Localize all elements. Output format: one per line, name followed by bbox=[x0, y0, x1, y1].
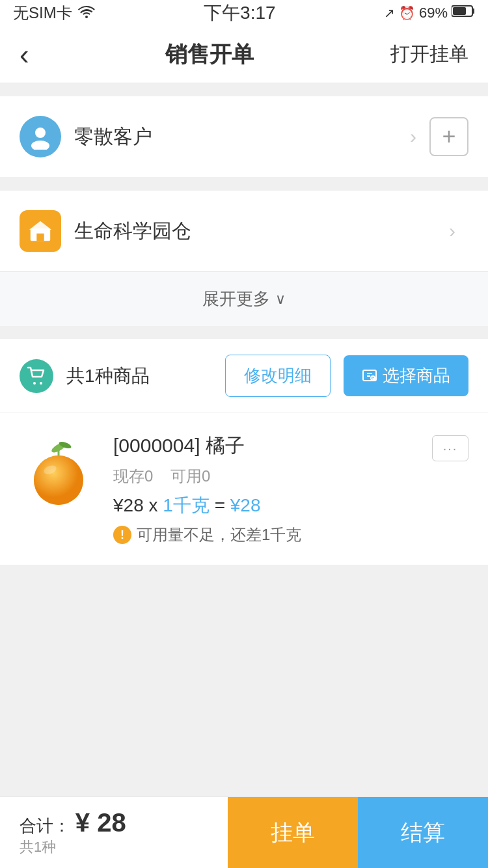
svg-point-4 bbox=[31, 141, 49, 150]
total-label: 合计： bbox=[20, 816, 70, 835]
status-left: 无SIM卡 bbox=[13, 3, 96, 23]
section-gap-1 bbox=[0, 83, 488, 96]
status-right: ↗ ⏰ 69% bbox=[384, 5, 475, 21]
wifi-icon bbox=[77, 4, 96, 22]
status-bar: 无SIM卡 下午3:17 ↗ ⏰ 69% bbox=[0, 0, 488, 26]
total-section: 合计： ¥ 28 共1种 bbox=[0, 808, 228, 857]
svg-marker-6 bbox=[29, 221, 51, 230]
battery-icon bbox=[452, 5, 475, 21]
multiply-sign: x bbox=[149, 495, 163, 515]
location-icon: ↗ bbox=[384, 5, 395, 21]
nav-bar: ‹ 销售开单 打开挂单 bbox=[0, 26, 488, 83]
product-section: 共1种商品 修改明细 选择商品 bbox=[0, 339, 488, 565]
edit-detail-button[interactable]: 修改明细 bbox=[225, 355, 331, 397]
expand-chevron-icon: ∨ bbox=[275, 291, 286, 308]
svg-rect-1 bbox=[472, 8, 474, 14]
warehouse-icon-container bbox=[20, 210, 61, 252]
warehouse-row[interactable]: 生命科学园仓 › bbox=[0, 191, 488, 271]
add-customer-button[interactable]: + bbox=[429, 117, 468, 156]
svg-point-17 bbox=[34, 455, 83, 505]
svg-point-8 bbox=[33, 382, 36, 385]
unit-price: ¥28 bbox=[113, 495, 144, 515]
svg-rect-7 bbox=[36, 234, 44, 241]
svg-point-9 bbox=[40, 382, 42, 385]
bottom-bar: 合计： ¥ 28 共1种 挂单 结算 bbox=[0, 796, 488, 868]
customer-chevron-icon: › bbox=[410, 126, 416, 148]
cart-icon bbox=[27, 366, 46, 386]
expand-more-label: 展开更多 bbox=[202, 288, 270, 310]
svg-rect-2 bbox=[453, 7, 466, 15]
product-item: [0000004] 橘子 现存0 可用0 ¥28 x 1千克 = ¥28 ! bbox=[0, 413, 488, 565]
more-dots-icon: ··· bbox=[443, 441, 458, 456]
hang-order-button[interactable]: 挂单 bbox=[228, 797, 358, 869]
customer-section: 零散客户 › + bbox=[0, 96, 488, 178]
line-total: ¥28 bbox=[230, 495, 261, 515]
warehouse-building-icon bbox=[28, 219, 53, 243]
stock-label: 现存0 bbox=[113, 467, 153, 485]
expand-more-row[interactable]: 展开更多 ∨ bbox=[0, 271, 488, 326]
customer-name: 零散客户 bbox=[74, 124, 410, 150]
customer-avatar bbox=[20, 116, 61, 157]
product-name: [0000004] 橘子 bbox=[113, 433, 416, 459]
select-product-button[interactable]: 选择商品 bbox=[344, 355, 468, 396]
section-gap-3 bbox=[0, 326, 488, 339]
total-count: 共1种 bbox=[20, 837, 208, 857]
product-code: [0000004] bbox=[113, 435, 200, 456]
carrier-text: 无SIM卡 bbox=[13, 3, 72, 23]
product-stock: 现存0 可用0 bbox=[113, 466, 416, 487]
page-title: 销售开单 bbox=[165, 40, 254, 70]
equals-sign: = bbox=[215, 495, 230, 515]
customer-row[interactable]: 零散客户 › + bbox=[0, 96, 488, 178]
warning-text: 可用量不足，还差1千克 bbox=[137, 524, 301, 545]
select-product-icon bbox=[362, 368, 377, 384]
warehouse-chevron-icon: › bbox=[449, 220, 455, 242]
alarm-icon: ⏰ bbox=[399, 5, 415, 21]
product-more-button[interactable]: ··· bbox=[432, 435, 468, 461]
available-label: 可用0 bbox=[170, 467, 210, 485]
select-product-label: 选择商品 bbox=[383, 364, 450, 387]
status-time: 下午3:17 bbox=[204, 1, 276, 25]
plus-icon: + bbox=[442, 123, 455, 150]
svg-point-3 bbox=[35, 128, 46, 138]
back-button[interactable]: ‹ bbox=[20, 38, 29, 71]
customer-icon bbox=[27, 124, 53, 150]
warehouse-section: 生命科学园仓 › 展开更多 ∨ bbox=[0, 191, 488, 326]
product-price-row: ¥28 x 1千克 = ¥28 bbox=[113, 493, 416, 518]
product-warning: ! 可用量不足，还差1千克 bbox=[113, 524, 416, 545]
product-info: [0000004] 橘子 现存0 可用0 ¥28 x 1千克 = ¥28 ! bbox=[113, 433, 416, 545]
battery-text: 69% bbox=[419, 5, 448, 21]
quantity-label: 1千克 bbox=[163, 495, 210, 515]
warehouse-name: 生命科学园仓 bbox=[74, 218, 449, 245]
total-amount: ¥ 28 bbox=[75, 808, 126, 837]
product-header: 共1种商品 修改明细 选择商品 bbox=[0, 339, 488, 413]
checkout-button[interactable]: 结算 bbox=[358, 797, 488, 869]
orange-fruit-image bbox=[23, 436, 94, 508]
open-pending-button[interactable]: 打开挂单 bbox=[390, 41, 468, 68]
section-gap-2 bbox=[0, 178, 488, 191]
product-count-label: 共1种商品 bbox=[66, 364, 212, 388]
warning-icon: ! bbox=[113, 526, 131, 544]
product-title: 橘子 bbox=[206, 435, 245, 456]
product-count-icon-container bbox=[20, 359, 53, 393]
product-image bbox=[20, 433, 98, 511]
